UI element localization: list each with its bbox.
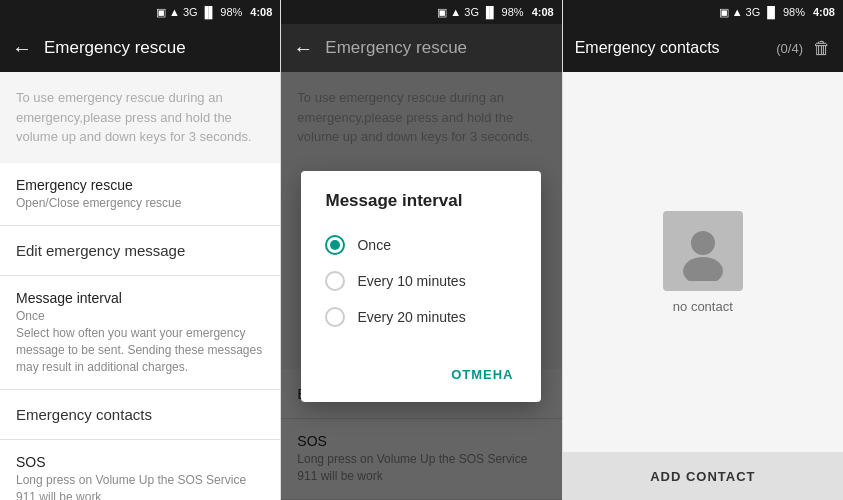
back-button-2[interactable]: ← bbox=[293, 37, 313, 60]
cancel-button[interactable]: OTMEHA bbox=[447, 359, 517, 390]
svg-point-1 bbox=[683, 257, 723, 281]
avatar-placeholder bbox=[663, 211, 743, 291]
trash-icon[interactable]: 🗑 bbox=[813, 38, 831, 59]
menu-item-emergency-contacts[interactable]: Emergency contacts bbox=[0, 390, 280, 440]
menu-item-message-interval-subtitle: Once bbox=[16, 308, 264, 325]
panel-emergency-rescue-2: ▣ ▲ 3G ▐▌ 98% 4:08 ← Emergency rescue To… bbox=[281, 0, 562, 500]
battery-3: 98% bbox=[783, 6, 805, 18]
battery-1: 98% bbox=[220, 6, 242, 18]
modal-overlay: Message interval Once Every 10 minutes E… bbox=[281, 72, 561, 500]
status-icons-1: ▣ ▲ 3G ▐▌ bbox=[156, 6, 216, 19]
menu-item-emergency-rescue-title: Emergency rescue bbox=[16, 177, 264, 193]
radio-once-circle bbox=[325, 235, 345, 255]
menu-item-message-interval-detail: Select how often you want your emergency… bbox=[16, 325, 264, 375]
menu-item-message-interval-title: Message interval bbox=[16, 290, 264, 306]
time-2: 4:08 bbox=[532, 6, 554, 18]
menu-item-emergency-rescue[interactable]: Emergency rescue Open/Close emergency re… bbox=[0, 163, 280, 227]
dialog-actions: OTMEHA bbox=[325, 351, 517, 390]
content-1: To use emergency rescue during an emerge… bbox=[0, 72, 280, 500]
radio-every20[interactable]: Every 20 minutes bbox=[325, 299, 517, 335]
radio-once[interactable]: Once bbox=[325, 227, 517, 263]
avatar-silhouette-icon bbox=[673, 221, 733, 281]
panel-emergency-rescue-1: ▣ ▲ 3G ▐▌ 98% 4:08 ← Emergency rescue To… bbox=[0, 0, 281, 500]
status-bar-1: ▣ ▲ 3G ▐▌ 98% 4:08 bbox=[0, 0, 280, 24]
radio-every10-circle bbox=[325, 271, 345, 291]
header-title-1: Emergency rescue bbox=[44, 38, 268, 58]
battery-2: 98% bbox=[502, 6, 524, 18]
svg-point-0 bbox=[691, 231, 715, 255]
add-contact-button[interactable]: ADD CONTACT bbox=[563, 452, 843, 500]
time-1: 4:08 bbox=[250, 6, 272, 18]
radio-once-label: Once bbox=[357, 237, 390, 253]
no-contact-label: no contact bbox=[673, 299, 733, 314]
content-2: To use emergency rescue during an emerge… bbox=[281, 72, 561, 500]
status-icons-3: ▣ ▲ 3G ▐▌ bbox=[719, 6, 779, 19]
contacts-header-title: Emergency contacts bbox=[575, 39, 720, 57]
panel-emergency-contacts: ▣ ▲ 3G ▐▌ 98% 4:08 Emergency contacts (0… bbox=[563, 0, 843, 500]
contacts-header: Emergency contacts (0/4) 🗑 bbox=[563, 24, 843, 72]
status-icons-2: ▣ ▲ 3G ▐▌ bbox=[437, 6, 497, 19]
dialog-title: Message interval bbox=[325, 191, 517, 211]
menu-item-message-interval[interactable]: Message interval Once Select how often y… bbox=[0, 276, 280, 390]
radio-every10-label: Every 10 minutes bbox=[357, 273, 465, 289]
status-bar-2: ▣ ▲ 3G ▐▌ 98% 4:08 bbox=[281, 0, 561, 24]
menu-item-emergency-contacts-label: Emergency contacts bbox=[16, 406, 152, 423]
menu-item-emergency-rescue-subtitle: Open/Close emergency rescue bbox=[16, 195, 264, 212]
radio-every20-circle bbox=[325, 307, 345, 327]
menu-item-edit-message[interactable]: Edit emergency message bbox=[0, 226, 280, 276]
header-title-2: Emergency rescue bbox=[325, 38, 549, 58]
back-button-1[interactable]: ← bbox=[12, 37, 32, 60]
radio-every10[interactable]: Every 10 minutes bbox=[325, 263, 517, 299]
menu-item-sos[interactable]: SOS Long press on Volume Up the SOS Serv… bbox=[0, 440, 280, 500]
radio-every20-label: Every 20 minutes bbox=[357, 309, 465, 325]
menu-item-edit-message-label: Edit emergency message bbox=[16, 242, 185, 259]
menu-item-sos-subtitle: Long press on Volume Up the SOS Service … bbox=[16, 472, 264, 500]
message-interval-dialog: Message interval Once Every 10 minutes E… bbox=[301, 171, 541, 402]
contacts-header-right: (0/4) 🗑 bbox=[776, 38, 831, 59]
menu-item-sos-title: SOS bbox=[16, 454, 264, 470]
contacts-body: no contact bbox=[563, 72, 843, 452]
header-1: ← Emergency rescue bbox=[0, 24, 280, 72]
contacts-count: (0/4) bbox=[776, 41, 803, 56]
info-text-1: To use emergency rescue during an emerge… bbox=[0, 72, 280, 163]
status-bar-3: ▣ ▲ 3G ▐▌ 98% 4:08 bbox=[563, 0, 843, 24]
time-3: 4:08 bbox=[813, 6, 835, 18]
header-2: ← Emergency rescue bbox=[281, 24, 561, 72]
